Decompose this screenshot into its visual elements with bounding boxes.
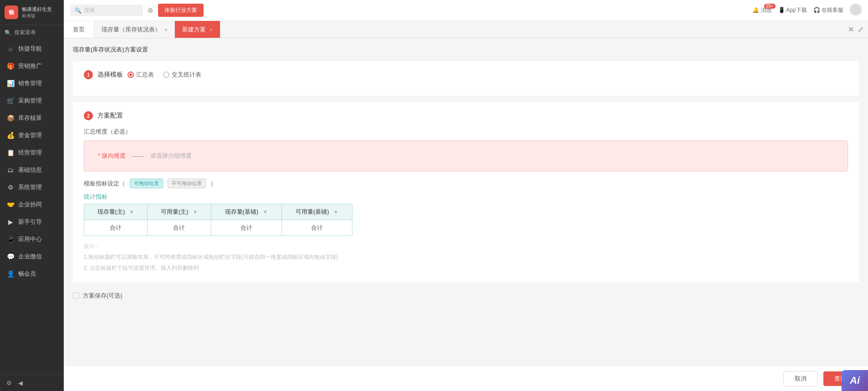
logo-icon: 畅 <box>5 5 18 19</box>
radio-cross[interactable]: 交叉统计表 <box>163 71 201 79</box>
search-menu-item[interactable]: 🔍 搜索菜单 <box>0 25 64 40</box>
config-section: 汇总维度（必选） * 纵向维度 —— 请选择分组维度 模板指标设定（ 可拖动位置 <box>84 128 848 273</box>
sidebar-item-management[interactable]: 📋 经营管理 <box>0 144 64 161</box>
tab-close-new-scheme[interactable]: × <box>209 27 212 32</box>
app-name: 畅康通好生意 标准版 <box>22 6 52 18</box>
headset-icon: 🎧 <box>813 7 820 13</box>
tab-close-inventory[interactable]: × <box>164 27 167 32</box>
col-header-0[interactable]: 现存量(主) ▼ <box>84 204 148 220</box>
dimension-vertical-label: * 纵向维度 <box>98 152 126 160</box>
template-radio-group: 汇总表 交叉统计表 <box>128 71 201 79</box>
save-checkbox[interactable] <box>73 293 79 299</box>
tips-title: 提示： <box>84 243 100 249</box>
footer-settings-icon[interactable]: ⚙ <box>6 380 12 386</box>
ai-badge[interactable]: Ai <box>842 370 868 391</box>
tabbar: 首页 现存量（库存状况表） × 新建方案 × ✕ ⤢ <box>64 21 868 38</box>
sidebar: 畅 畅康通好生意 标准版 🔍 搜索菜单 ⌂ 快捷导航 🎁 营销推广 📊 销售管理… <box>0 0 64 391</box>
col0-dropdown-arrow[interactable]: ▼ <box>129 209 134 215</box>
col3-dropdown-arrow[interactable]: ▼ <box>333 209 338 215</box>
play-icon: ▶ <box>6 218 15 226</box>
stats-table: 现存量(主) ▼ 可用量(主) ▼ 现存量(基辅) ▼ <box>84 204 352 236</box>
sidebar-item-member[interactable]: 👤 畅会员 <box>0 265 64 283</box>
step2-title: 方案配置 <box>97 112 123 120</box>
tab-close-all-icon[interactable]: ✕ <box>848 25 854 34</box>
sidebar-item-finance[interactable]: 💰 资金管理 <box>0 127 64 144</box>
topbar-left: 🔍 搜索 ⚙ 体验行业方案 <box>70 4 204 17</box>
industry-btn[interactable]: 体验行业方案 <box>158 4 204 17</box>
col-header-3[interactable]: 可用量(基辅) ▼ <box>281 204 352 220</box>
sidebar-item-purchase[interactable]: 🛒 采购管理 <box>0 92 64 109</box>
app-logo: 畅 畅康通好生意 标准版 <box>0 0 64 25</box>
stats-label: 统计指标 <box>84 193 848 201</box>
tab-inventory-status[interactable]: 现存量（库存状况表） × <box>94 21 175 38</box>
sidebar-item-basic-info[interactable]: 🗂 基础信息 <box>0 161 64 179</box>
system-icon: ⚙ <box>6 184 15 191</box>
sidebar-footer: ⚙ ◀ <box>0 375 64 391</box>
col2-dropdown-arrow[interactable]: ▼ <box>263 209 268 215</box>
money-icon: 💰 <box>6 132 15 139</box>
sidebar-item-sales[interactable]: 📊 销售管理 <box>0 75 64 92</box>
wechat-icon: 💬 <box>6 253 15 260</box>
folder-icon: 🗂 <box>6 166 15 174</box>
settings-gear-icon[interactable]: ⚙ <box>148 7 153 14</box>
draggable-badge: 可拖动位置 <box>130 179 163 188</box>
sidebar-nav: ⌂ 快捷导航 🎁 营销推广 📊 销售管理 🛒 采购管理 📦 库存核算 💰 资金管… <box>0 40 64 375</box>
clipboard-icon: 📋 <box>6 149 15 156</box>
online-service-link[interactable]: 🎧 在线客服 <box>813 6 843 14</box>
col1-dropdown-arrow[interactable]: ▼ <box>193 209 198 215</box>
cancel-button[interactable]: 取消 <box>783 371 818 386</box>
table-row: 合计 合计 合计 合计 <box>84 220 352 236</box>
sidebar-item-system[interactable]: ⚙ 系统管理 <box>0 179 64 196</box>
cell-0-3: 合计 <box>281 220 352 236</box>
page-title: 现存量(库存状况表)方案设置 <box>73 46 859 54</box>
col-header-1[interactable]: 可用量(主) ▼ <box>148 204 211 220</box>
dimension-row: * 纵向维度 —— 请选择分组维度 <box>98 152 834 160</box>
tab-home[interactable]: 首页 <box>64 21 94 38</box>
mobile-icon: 📱 <box>6 236 15 243</box>
tab-new-scheme[interactable]: 新建方案 × <box>175 21 220 38</box>
dimension-section-label: 汇总维度（必选） <box>84 128 848 136</box>
topbar-search-box[interactable]: 🔍 搜索 <box>70 5 143 16</box>
indicator-setting: 模板指标设定（ 可拖动位置 不可拖动位置 ） <box>84 179 848 188</box>
user-icon: 👤 <box>6 270 15 278</box>
sidebar-item-inventory[interactable]: 📦 库存核算 <box>0 109 64 127</box>
sidebar-item-guide[interactable]: ▶ 新手引导 <box>0 213 64 231</box>
step1-block: 1 选择模板 汇总表 交叉统计表 <box>73 61 859 96</box>
app-download-link[interactable]: 📱 App下载 <box>778 6 807 14</box>
message-icon-wrap[interactable]: 🔔 消息 99+ <box>752 6 771 14</box>
search-icon: 🔍 <box>75 7 82 14</box>
sidebar-item-quick-nav[interactable]: ⌂ 快捷导航 <box>0 40 64 57</box>
sidebar-item-marketing[interactable]: 🎁 营销推广 <box>0 57 64 75</box>
footer-collapse-icon[interactable]: ◀ <box>18 380 23 386</box>
mobile-download-icon: 📱 <box>778 7 785 13</box>
step2-block: 2 方案配置 汇总维度（必选） * 纵向维度 —— 请选择分组维度 <box>73 102 859 283</box>
non-draggable-badge: 不可拖动位置 <box>168 179 206 188</box>
content-area: 现存量(库存状况表)方案设置 1 选择模板 汇总表 交叉统计表 <box>64 38 868 365</box>
tips-line-1: 1.拖动标题栏可以调整布局，不可跨维度或指标区域拖动栏目字段(只能在同一维度或指… <box>84 252 848 262</box>
home-icon: ⌂ <box>6 45 15 52</box>
col-header-2[interactable]: 现存量(基辅) ▼ <box>211 204 281 220</box>
user-avatar[interactable] <box>850 4 862 17</box>
bottom-bar: 取消 查询 <box>64 365 868 391</box>
tabbar-actions: ✕ ⤢ <box>848 25 868 34</box>
save-label: 方案保存(可选) <box>83 292 123 300</box>
cell-0-0: 合计 <box>84 220 148 236</box>
step1-num: 1 <box>84 70 93 79</box>
topbar: 🔍 搜索 ⚙ 体验行业方案 🔔 消息 99+ 📱 App下载 🎧 在线客服 <box>64 0 868 21</box>
sidebar-item-contract[interactable]: 🤝 企业协同 <box>0 196 64 213</box>
main-area: 🔍 搜索 ⚙ 体验行业方案 🔔 消息 99+ 📱 App下载 🎧 在线客服 <box>64 0 868 391</box>
sidebar-item-wechat[interactable]: 💬 企业微信 <box>0 248 64 265</box>
dimension-placeholder: 请选择分组维度 <box>150 152 192 160</box>
message-bell-icon: 🔔 <box>752 7 759 13</box>
tips-line-2: 2. 点击标题栏下拉可设置排序、插入列和删除列 <box>84 262 848 273</box>
radio-summary[interactable]: 汇总表 <box>128 71 154 79</box>
cell-0-1: 合计 <box>148 220 211 236</box>
handshake-icon: 🤝 <box>6 201 15 208</box>
dimension-dash: —— <box>132 153 144 159</box>
chart-icon: 📊 <box>6 80 15 87</box>
dimension-box[interactable]: * 纵向维度 —— 请选择分组维度 <box>84 140 848 171</box>
step2-header: 2 方案配置 <box>84 111 848 120</box>
sidebar-item-app-center[interactable]: 📱 应用中心 <box>0 231 64 248</box>
tab-expand-icon[interactable]: ⤢ <box>858 25 863 34</box>
gift-icon: 🎁 <box>6 62 15 70</box>
